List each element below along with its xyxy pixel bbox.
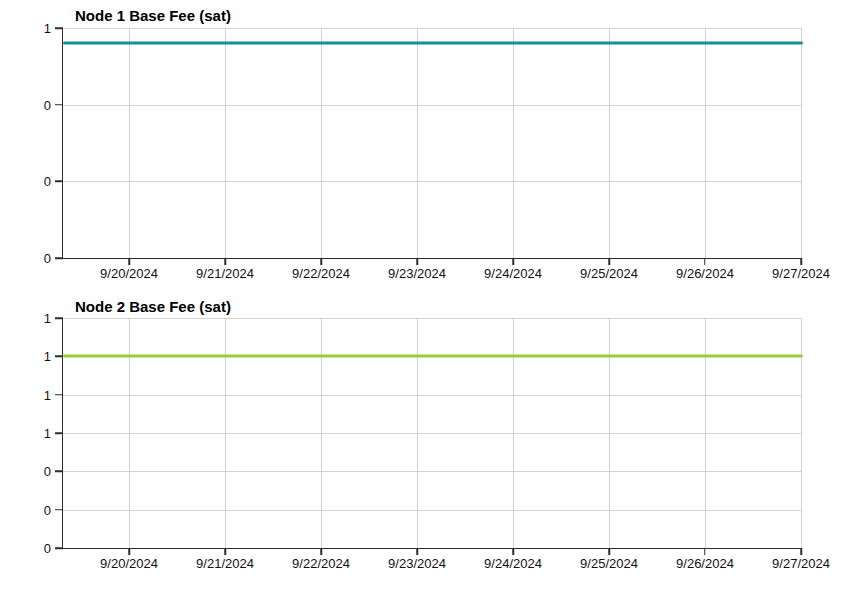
x-tick-mark: [416, 548, 418, 555]
x-tick-mark: [608, 258, 610, 265]
chart-2-title: Node 2 Base Fee (sat): [75, 298, 231, 315]
x-tick-mark: [224, 548, 226, 555]
x-tick-label: 9/20/2024: [100, 266, 158, 281]
gridline-x: [225, 28, 226, 258]
y-tick-mark: [55, 181, 63, 183]
page: Node 1 Base Fee (sat) 9/20/20249/21/2024…: [0, 0, 860, 600]
chart-1-title: Node 1 Base Fee (sat): [75, 7, 231, 24]
x-tick-label: 9/21/2024: [196, 266, 254, 281]
node-1-base-fee-line: [63, 42, 803, 45]
gridline-y: [63, 510, 801, 511]
x-tick-mark: [800, 548, 802, 555]
y-tick-label: 0: [44, 502, 51, 517]
gridline-x: [417, 28, 418, 258]
x-tick-label: 9/26/2024: [676, 266, 734, 281]
x-tick-mark: [128, 548, 130, 555]
y-tick-label: 0: [44, 541, 51, 556]
x-tick-label: 9/24/2024: [484, 556, 542, 571]
y-tick-mark: [55, 509, 63, 511]
y-tick-mark: [55, 317, 63, 319]
x-tick-label: 9/22/2024: [292, 556, 350, 571]
gridline-y: [63, 471, 801, 472]
x-tick-label: 9/23/2024: [388, 556, 446, 571]
x-tick-mark: [512, 258, 514, 265]
x-tick-mark: [416, 258, 418, 265]
y-tick-label: 0: [44, 97, 51, 112]
y-tick-label: 1: [44, 426, 51, 441]
x-tick-label: 9/24/2024: [484, 266, 542, 281]
x-tick-mark: [512, 548, 514, 555]
x-tick-mark: [704, 548, 706, 555]
y-tick-label: 0: [44, 251, 51, 266]
x-tick-label: 9/25/2024: [580, 556, 638, 571]
y-tick-label: 1: [44, 349, 51, 364]
y-tick-mark: [55, 471, 63, 473]
y-tick-label: 0: [44, 174, 51, 189]
y-tick-mark: [55, 27, 63, 29]
x-tick-label: 9/22/2024: [292, 266, 350, 281]
x-tick-mark: [608, 548, 610, 555]
gridline-y: [63, 181, 801, 182]
gridline-x: [321, 28, 322, 258]
y-tick-mark: [55, 432, 63, 434]
gridline-x: [513, 28, 514, 258]
x-tick-label: 9/21/2024: [196, 556, 254, 571]
gridline-y: [63, 433, 801, 434]
y-tick-label: 0: [44, 464, 51, 479]
gridline-x: [705, 28, 706, 258]
x-tick-mark: [704, 258, 706, 265]
y-tick-mark: [55, 394, 63, 396]
x-tick-label: 9/23/2024: [388, 266, 446, 281]
y-tick-label: 1: [44, 311, 51, 326]
gridline-x: [129, 28, 130, 258]
gridline-x: [801, 28, 802, 258]
gridline-y: [63, 395, 801, 396]
x-tick-label: 9/27/2024: [772, 266, 830, 281]
chart-2-plot-area: 9/20/20249/21/20249/22/20249/23/20249/24…: [62, 318, 801, 549]
y-tick-label: 1: [44, 21, 51, 36]
x-tick-label: 9/20/2024: [100, 556, 158, 571]
y-tick-mark: [55, 547, 63, 549]
node-2-base-fee-line: [63, 355, 803, 358]
x-tick-mark: [128, 258, 130, 265]
x-tick-label: 9/27/2024: [772, 556, 830, 571]
gridline-y: [63, 318, 801, 319]
y-tick-mark: [55, 104, 63, 106]
y-tick-mark: [55, 356, 63, 358]
x-tick-label: 9/26/2024: [676, 556, 734, 571]
x-tick-mark: [320, 258, 322, 265]
gridline-y: [63, 28, 801, 29]
y-tick-label: 1: [44, 387, 51, 402]
gridline-y: [63, 105, 801, 106]
gridline-x: [609, 28, 610, 258]
y-tick-mark: [55, 257, 63, 259]
chart-1-plot-area: 9/20/20249/21/20249/22/20249/23/20249/24…: [62, 28, 801, 259]
gridline-x: [801, 318, 802, 548]
x-tick-label: 9/25/2024: [580, 266, 638, 281]
x-tick-mark: [320, 548, 322, 555]
x-tick-mark: [224, 258, 226, 265]
x-tick-mark: [800, 258, 802, 265]
